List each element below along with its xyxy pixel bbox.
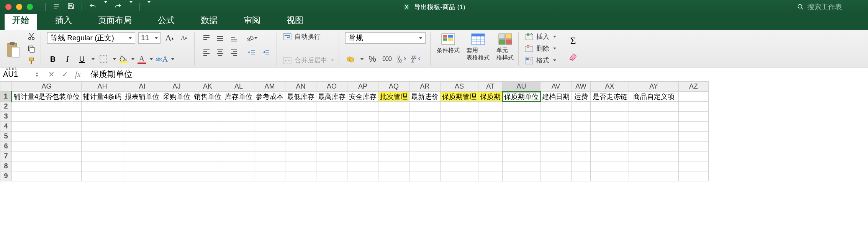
cell-AJ9[interactable] — [161, 171, 192, 181]
col-header-AL[interactable]: AL — [223, 82, 254, 92]
tab-视图[interactable]: 视图 — [279, 12, 311, 30]
cell-AH9[interactable] — [82, 171, 123, 181]
select-all-corner[interactable] — [0, 82, 12, 92]
row-header-9[interactable]: 9 — [0, 171, 12, 181]
decrease-decimal-button[interactable]: .00.0 — [410, 53, 422, 65]
cell-AS7[interactable] — [441, 151, 478, 161]
cell-AQ7[interactable] — [378, 151, 409, 161]
merge-center-button[interactable]: 合并后居中 — [283, 56, 334, 65]
conditional-formatting-button[interactable]: 条件格式 — [437, 32, 460, 54]
cell-AS2[interactable] — [441, 102, 478, 112]
cell-AX2[interactable] — [591, 102, 629, 112]
cell-AR6[interactable] — [409, 142, 441, 151]
cell-AQ9[interactable] — [378, 171, 409, 181]
cell-AT3[interactable] — [478, 112, 503, 122]
increase-decimal-button[interactable]: .0.00 — [396, 53, 407, 65]
cell-AH5[interactable] — [82, 132, 123, 142]
cell-AT7[interactable] — [478, 151, 503, 161]
cell-AO2[interactable] — [316, 102, 347, 112]
cell-AP4[interactable] — [347, 122, 378, 132]
cell-AL4[interactable] — [223, 122, 254, 132]
cell-AN7[interactable] — [285, 151, 316, 161]
align-center-button[interactable] — [215, 46, 226, 58]
cell-AJ4[interactable] — [161, 122, 192, 132]
cell-AY7[interactable] — [629, 151, 679, 161]
cell-AK1[interactable]: 销售单位 — [192, 92, 223, 102]
row-header-5[interactable]: 5 — [0, 132, 12, 142]
font-color-dropdown[interactable] — [150, 58, 153, 60]
cell-AS4[interactable] — [441, 122, 478, 132]
row-header-7[interactable]: 7 — [0, 151, 12, 161]
cell-AK7[interactable] — [192, 151, 223, 161]
cell-AI2[interactable] — [123, 102, 161, 112]
cut-button[interactable] — [27, 32, 36, 42]
decrease-indent-button[interactable] — [246, 47, 257, 58]
cell-AM6[interactable] — [254, 142, 285, 151]
cell-AJ5[interactable] — [161, 132, 192, 142]
cell-AJ8[interactable] — [161, 161, 192, 171]
tab-页面布局[interactable]: 页面布局 — [90, 12, 139, 30]
cell-AG3[interactable] — [12, 112, 82, 122]
cell-AJ1[interactable]: 采购单位 — [161, 92, 192, 102]
cell-AO7[interactable] — [316, 151, 347, 161]
cell-AR8[interactable] — [409, 161, 441, 171]
insert-cells-button[interactable]: 插入 — [525, 32, 556, 41]
col-header-AI[interactable]: AI — [123, 82, 161, 92]
cell-AK5[interactable] — [192, 132, 223, 142]
cell-AK3[interactable] — [192, 112, 223, 122]
cell-AM3[interactable] — [254, 112, 285, 122]
cell-AQ2[interactable] — [378, 102, 409, 112]
cell-AH1[interactable]: 辅计量4条码 — [82, 92, 123, 102]
bold-button[interactable]: B — [47, 53, 59, 65]
cell-AL1[interactable]: 库存单位 — [223, 92, 254, 102]
cell-AV2[interactable] — [540, 102, 572, 112]
cell-AQ6[interactable] — [378, 142, 409, 151]
redo-dropdown[interactable] — [129, 3, 133, 11]
maximize-window-button[interactable] — [27, 4, 33, 10]
cell-AG1[interactable]: 辅计量4是否包装单位 — [12, 92, 82, 102]
cell-AM4[interactable] — [254, 122, 285, 132]
formula-input[interactable] — [87, 69, 868, 79]
cell-AS1[interactable]: 保质期管理 — [441, 92, 478, 102]
cell-AY3[interactable] — [629, 112, 679, 122]
fx-icon[interactable]: fx — [75, 70, 80, 79]
cell-AM8[interactable] — [254, 161, 285, 171]
cell-AI1[interactable]: 报表辅单位 — [123, 92, 161, 102]
close-window-button[interactable] — [5, 4, 11, 10]
row-header-8[interactable]: 8 — [0, 161, 12, 171]
cell-AK2[interactable] — [192, 102, 223, 112]
tab-数据[interactable]: 数据 — [193, 12, 225, 30]
cell-AQ1[interactable]: 批次管理 — [378, 92, 409, 102]
format-cells-button[interactable]: 格式 — [525, 56, 556, 65]
col-header-AG[interactable]: AG — [12, 82, 82, 92]
cell-AJ3[interactable] — [161, 112, 192, 122]
col-header-AQ[interactable]: AQ — [378, 82, 409, 92]
cell-AQ8[interactable] — [378, 161, 409, 171]
tab-公式[interactable]: 公式 — [150, 12, 182, 30]
col-header-AN[interactable]: AN — [285, 82, 316, 92]
cell-AP1[interactable]: 安全库存 — [347, 92, 378, 102]
cell-AT4[interactable] — [478, 122, 503, 132]
cell-AM5[interactable] — [254, 132, 285, 142]
row-header-1[interactable]: 1 — [0, 92, 12, 102]
tab-插入[interactable]: 插入 — [47, 12, 80, 30]
cell-AV1[interactable]: 建档日期 — [540, 92, 572, 102]
nameref-down[interactable]: ▼ — [35, 74, 39, 77]
cell-AL6[interactable] — [223, 142, 254, 151]
align-right-button[interactable] — [228, 46, 240, 58]
cell-AP5[interactable] — [347, 132, 378, 142]
cell-AK6[interactable] — [192, 142, 223, 151]
cell-AG7[interactable] — [12, 151, 82, 161]
cell-AU3[interactable] — [503, 112, 540, 122]
cell-AZ9[interactable] — [679, 171, 709, 181]
cell-AP8[interactable] — [347, 161, 378, 171]
cell-AZ5[interactable] — [679, 132, 709, 142]
save-icon[interactable] — [67, 2, 75, 12]
cell-AX5[interactable] — [591, 132, 629, 142]
cell-AN4[interactable] — [285, 122, 316, 132]
cell-AT1[interactable]: 保质期 — [478, 92, 503, 102]
cell-AI9[interactable] — [123, 171, 161, 181]
cell-AK8[interactable] — [192, 161, 223, 171]
comma-button[interactable]: 000 — [381, 53, 393, 65]
cell-AV3[interactable] — [540, 112, 572, 122]
